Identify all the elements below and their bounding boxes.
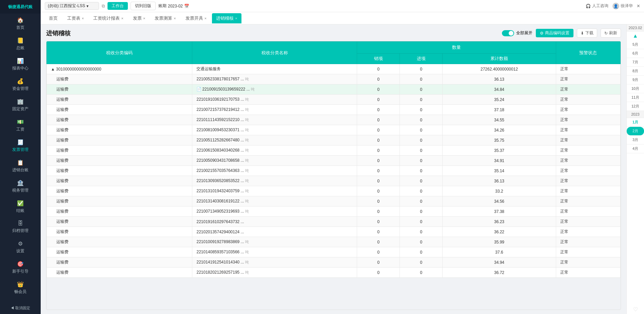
tab-invoicecalc[interactable]: 发票测算 × [151,13,180,23]
tab-paystat[interactable]: 工资统计报表 × [89,13,127,23]
cell-status: 正常 [556,84,620,95]
date-scroll-up[interactable]: ▲ [633,32,638,40]
favorite-icon[interactable]: ♡ [633,305,638,314]
workbench-button[interactable]: 工作台 [108,2,128,10]
sidebar-item-assets[interactable]: 🏢 固定资产 [0,95,41,115]
tab-payslip-close[interactable]: × [82,16,84,20]
tab-invoiceopen-close[interactable]: × [204,16,207,20]
sidebar-item-funds[interactable]: 💰 资金管理 [0,75,41,95]
cell-status: 正常 [556,95,620,105]
settings-icon: ⚙ [540,31,544,36]
date-month-12[interactable]: 12月 [627,102,644,111]
newguide-icon: 🎯 [17,261,24,267]
tab-payslip[interactable]: 工资表 × [63,13,88,23]
cell-sale: 0 [357,64,400,74]
cell-cumulative: 34.91 [443,156,556,166]
expand-toggle[interactable] [502,30,514,36]
cell-status: 正常 [556,257,620,268]
tab-invoice-close[interactable]: × [143,16,145,20]
sidebar-item-settle[interactable]: ✅ 结账 [0,197,41,217]
tab-paystat-close[interactable]: × [121,16,123,20]
cell-purchase: 0 [400,207,443,217]
cell-purchase: 0 [400,156,443,166]
close-window-button[interactable]: × [637,3,640,9]
cell-purchase: 0 [400,95,443,105]
date-month-8[interactable]: 8月 [627,67,644,76]
topbar-right: 🎧 人工咨询 👤 徐泽华 × [586,3,640,9]
date-month-9[interactable]: 9月 [627,76,644,84]
date-month-11[interactable]: 11月 [627,93,644,102]
sidebar-item-home[interactable]: 🏠 首页 [0,14,41,34]
sidebar-item-newguide[interactable]: 🎯 新手引导 [0,257,41,278]
cell-name: 运输费 [47,207,192,217]
tab-reconcile-close[interactable]: × [235,16,237,20]
date-month-2-active[interactable]: 2月 [627,127,644,136]
refresh-button[interactable]: ↻ 刷新 [601,28,621,38]
tab-invoicecalc-label: 发票测算 [155,15,172,21]
sidebar-item-saletax[interactable]: 📋 进销台账 [0,156,41,176]
cell-sale: 0 [357,247,400,257]
switch-old-button[interactable]: 切到旧版 [131,2,156,10]
cell-purchase: 0 [400,166,443,176]
date-year-current: 2023 [627,111,644,118]
cell-cumulative: 37.18 [443,105,556,115]
date-month-3[interactable]: 3月 [627,136,644,144]
date-month-5[interactable]: 5月 [627,40,644,49]
download-button[interactable]: ⬇ 下载 [577,28,597,38]
ledger-icon: 📒 [17,37,24,44]
cell-purchase: 0 [400,227,443,237]
tab-reconcile[interactable]: 进销稽核 × [212,13,241,23]
sidebar-item-label: 固定资产 [12,106,28,112]
content-area: 进销稽核 全部展开 ⚙ 商品编码设置 ⬇ 下载 ↻ [41,24,644,314]
cell-status: 正常 [556,74,620,84]
tab-invoiceopen[interactable]: 发票开具 × [181,13,211,23]
sidebar-item-settings[interactable]: ⚙ 设置 [0,237,41,257]
user-area[interactable]: 👤 徐泽华 [612,3,633,9]
sidebar-item-ledger[interactable]: 📒 总账 [0,34,41,54]
cell-cumulative: 33.2 [443,186,556,196]
table-row: 运输费 2210050903431708658 ... 吨 0 0 34.91 … [47,156,621,166]
sidebar-item-member[interactable]: 👑 畅会员 [0,278,41,298]
cell-purchase: 0 [400,196,443,207]
table-row: 运输费 2210191610297643732 ... 0 0 36.23 正常 [47,217,621,227]
cell-sale: 0 [357,95,400,105]
cell-invoice: 2210071349052319693 ... 吨 [192,207,357,217]
settle-icon: ✅ [17,200,24,207]
table-row: 运输费 2210100919278983869 ... 吨 0 0 35.99 … [47,237,621,247]
date-month-1[interactable]: 1月 [627,118,644,127]
sidebar-item-taxmgr[interactable]: 🏦 税务管理 [0,176,41,197]
sidebar-item-payroll[interactable]: 💵 工资 [0,115,41,136]
tab-home[interactable]: 首页 [45,13,62,23]
sidebar-item-reports[interactable]: 📊 报表中心 [0,54,41,75]
period-value: 2023-02 [168,4,183,8]
company-selector[interactable]: (勿动) 江西报宝-LSS ▾ [45,2,99,10]
cell-sale: 0 [357,237,400,247]
date-month-7[interactable]: 7月 [627,58,644,67]
cell-status: 正常 [556,105,620,115]
support-button[interactable]: 🎧 人工咨询 [586,3,608,9]
cell-status: 正常 [556,135,620,145]
period-calendar-icon[interactable]: 📅 [184,4,189,8]
sidebar-item-label: 新手引导 [12,269,28,274]
date-month-6[interactable]: 6月 [627,49,644,58]
date-month-10[interactable]: 10月 [627,84,644,93]
date-month-4[interactable]: 4月 [627,144,644,153]
cell-invoice: 📄2210091503139659222 ... 吨 [192,84,357,95]
cell-purchase: 0 [400,115,443,125]
cell-status: 正常 [556,217,620,227]
th-purchase: 进项 [400,54,443,64]
table-row: 运输费 2210111143592152210 ... 吨 0 0 34.55 … [47,115,621,125]
cell-status: 正常 [556,166,620,176]
assets-icon: 🏢 [17,98,24,105]
sidebar-item-invoice[interactable]: 🧾 发票管理 [0,136,41,156]
cell-name: 运输费 [47,257,192,268]
tab-invoicecalc-close[interactable]: × [174,16,176,20]
sidebar-item-archive[interactable]: 🗄 归档管理 [0,217,41,237]
unpin-button[interactable]: ◀ 取消固定 [0,302,41,314]
product-code-settings-button[interactable]: ⚙ 商品编码设置 [536,29,573,37]
th-tax-code: 税收分类编码 [47,42,192,64]
table-row: 运输费 2210052338178017657 ... 吨 0 0 36.13 … [47,74,621,84]
cell-invoice: 2210131403081619122 ... 吨 [192,196,357,207]
copy-icon[interactable]: ⧉ [102,3,105,9]
tab-invoice[interactable]: 发票 × [129,13,149,23]
